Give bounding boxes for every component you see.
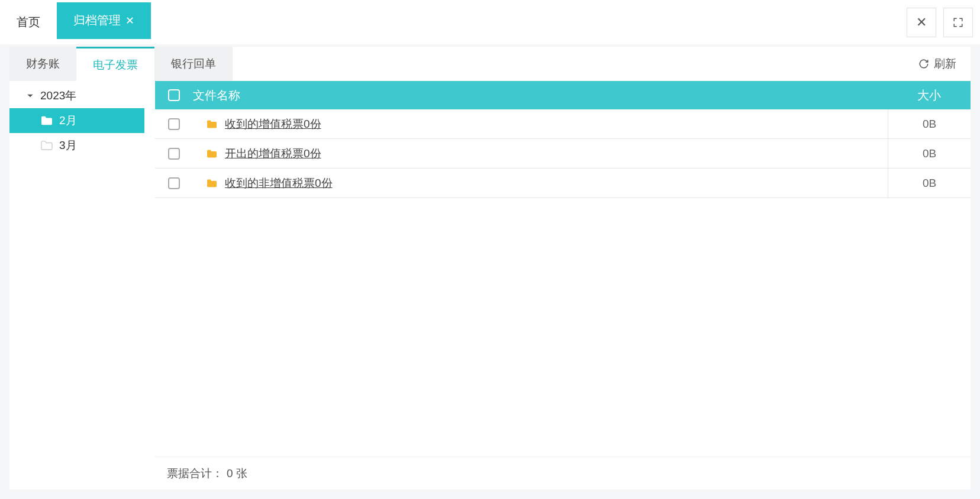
- tab-home[interactable]: 首页: [0, 4, 57, 41]
- fullscreen-button[interactable]: [943, 8, 973, 37]
- footer-count: 0 张: [227, 466, 247, 481]
- footer-summary: 票据合计： 0 张: [155, 456, 971, 490]
- table-header: 文件名称 大小: [155, 81, 971, 109]
- row-name-link[interactable]: 收到的增值税票0份: [225, 116, 321, 132]
- select-all-checkbox[interactable]: [168, 89, 180, 101]
- inner-tab-einvoice[interactable]: 电子发票: [76, 47, 154, 81]
- refresh-label: 刷新: [934, 56, 956, 72]
- tree-month-mar[interactable]: 3月: [9, 133, 144, 158]
- row-size: 0B: [888, 169, 971, 197]
- inner-tab-finance-label: 财务账: [26, 56, 60, 72]
- folder-icon: [206, 179, 218, 188]
- tab-archive[interactable]: 归档管理 ✕: [57, 2, 151, 39]
- refresh-icon: [918, 59, 929, 69]
- tree-year-label: 2023年: [40, 88, 76, 103]
- inner-tab-einvoice-label: 电子发票: [93, 57, 138, 73]
- tree-month-mar-label: 3月: [59, 138, 77, 153]
- table-row: 开出的增值税票0份 0B: [155, 139, 971, 169]
- row-checkbox[interactable]: [168, 118, 180, 130]
- tree-month-feb-label: 2月: [59, 113, 77, 128]
- inner-tab-bank[interactable]: 银行回单: [154, 47, 233, 81]
- folder-icon: [206, 119, 218, 129]
- tree-month-feb[interactable]: 2月: [9, 108, 144, 133]
- inner-tab-finance[interactable]: 财务账: [9, 47, 76, 81]
- row-checkbox[interactable]: [168, 148, 180, 160]
- folder-icon: [206, 149, 218, 158]
- inner-tab-bank-label: 银行回单: [171, 56, 216, 72]
- header-name: 文件名称: [193, 88, 888, 103]
- tab-archive-label: 归档管理: [73, 12, 121, 28]
- row-name-link[interactable]: 收到的非增值税票0份: [225, 176, 333, 191]
- close-button[interactable]: ✕: [907, 8, 936, 37]
- folder-icon: [40, 115, 53, 126]
- refresh-button[interactable]: 刷新: [918, 56, 971, 72]
- tree-year-2023[interactable]: 2023年: [9, 83, 144, 108]
- header-size: 大小: [888, 88, 971, 103]
- table-row: 收到的增值税票0份 0B: [155, 109, 971, 139]
- row-size: 0B: [888, 109, 971, 138]
- close-icon[interactable]: ✕: [125, 14, 134, 27]
- table-row: 收到的非增值税票0份 0B: [155, 169, 971, 198]
- caret-down-icon: [26, 92, 34, 100]
- row-size: 0B: [888, 139, 971, 168]
- close-icon: ✕: [916, 15, 927, 30]
- inner-tab-bar: 财务账 电子发票 银行回单 刷新: [9, 47, 971, 81]
- folder-tree: 2023年 2月 3月: [9, 81, 144, 490]
- top-tab-bar: 首页 归档管理 ✕ ✕: [0, 0, 980, 44]
- fullscreen-icon: [953, 17, 963, 28]
- row-name-link[interactable]: 开出的增值税票0份: [225, 146, 321, 161]
- tab-home-label: 首页: [17, 14, 40, 30]
- footer-label: 票据合计：: [167, 466, 223, 481]
- folder-outline-icon: [40, 140, 53, 151]
- row-checkbox[interactable]: [168, 177, 180, 189]
